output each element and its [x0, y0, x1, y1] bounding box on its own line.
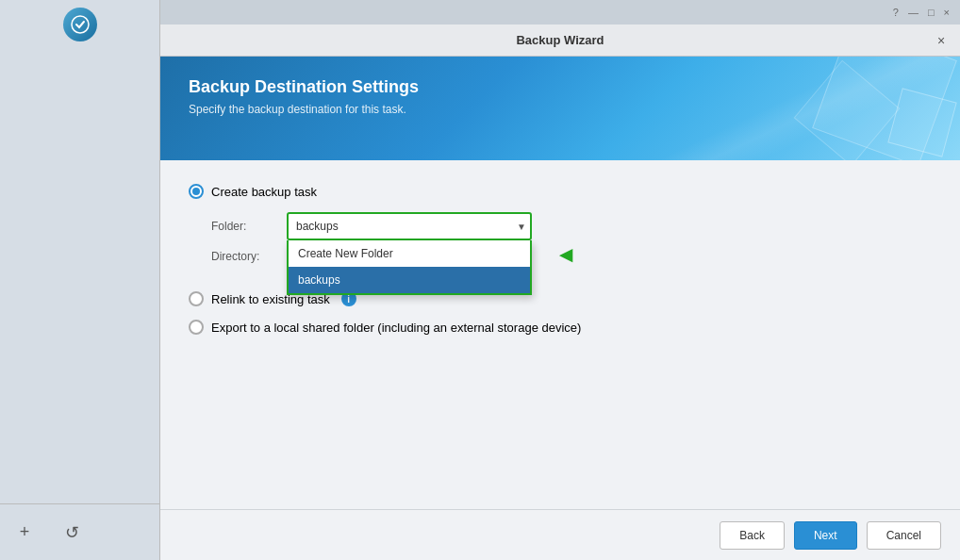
folder-label: Folder:: [211, 220, 287, 233]
directory-label: Directory:: [211, 250, 287, 263]
radio-create[interactable]: [189, 184, 204, 199]
os-topbar: ? — □ ×: [160, 0, 960, 25]
form-content: Create backup task Folder: backups ▼ Cre…: [160, 160, 960, 509]
maximize-button[interactable]: □: [925, 7, 937, 18]
next-button[interactable]: Next: [794, 521, 857, 550]
dialog-footer: Back Next Cancel: [160, 509, 960, 560]
folder-dropdown-wrapper: backups ▼ Create New Folder backups ◄: [287, 212, 532, 240]
folder-dropdown[interactable]: backups ▼: [287, 212, 532, 240]
radio-create-row: Create backup task: [189, 184, 932, 199]
history-button[interactable]: ↺: [57, 518, 87, 548]
banner-decoration: [724, 57, 960, 160]
folder-field-row: Folder: backups ▼ Create New Folder back…: [211, 212, 932, 240]
close-button-os[interactable]: ×: [941, 7, 952, 18]
dropdown-item-backups[interactable]: backups: [289, 267, 530, 293]
folder-dropdown-list: Create New Folder backups: [287, 240, 532, 295]
dropdown-item-create-folder[interactable]: Create New Folder: [289, 240, 530, 267]
sidebar: + ↺: [0, 0, 160, 560]
back-button[interactable]: Back: [720, 521, 785, 550]
radio-create-label: Create backup task: [211, 185, 317, 199]
minimize-button[interactable]: —: [905, 7, 921, 18]
folder-dropdown-value: backups: [296, 220, 504, 233]
title-bar: Backup Wizard ×: [160, 25, 960, 57]
sidebar-bottom: + ↺: [0, 503, 160, 560]
app-icon: [63, 8, 97, 41]
backup-wizard-dialog: Backup Wizard × Backup Destination Setti…: [160, 25, 960, 560]
help-button[interactable]: ?: [890, 7, 902, 18]
svg-point-0: [72, 16, 89, 33]
selection-arrow-icon: ◄: [554, 241, 577, 268]
add-button[interactable]: +: [9, 518, 40, 548]
header-banner: Backup Destination Settings Specify the …: [160, 57, 960, 160]
radio-relink[interactable]: [189, 291, 204, 306]
cancel-button[interactable]: Cancel: [867, 521, 941, 550]
radio-export-label: Export to a local shared folder (includi…: [211, 321, 581, 335]
dialog-title: Backup Wizard: [226, 33, 894, 47]
radio-export-row: Export to a local shared folder (includi…: [189, 320, 932, 335]
dropdown-arrow-icon: ▼: [517, 222, 526, 232]
close-button[interactable]: ×: [932, 31, 951, 50]
radio-export[interactable]: [189, 320, 204, 335]
